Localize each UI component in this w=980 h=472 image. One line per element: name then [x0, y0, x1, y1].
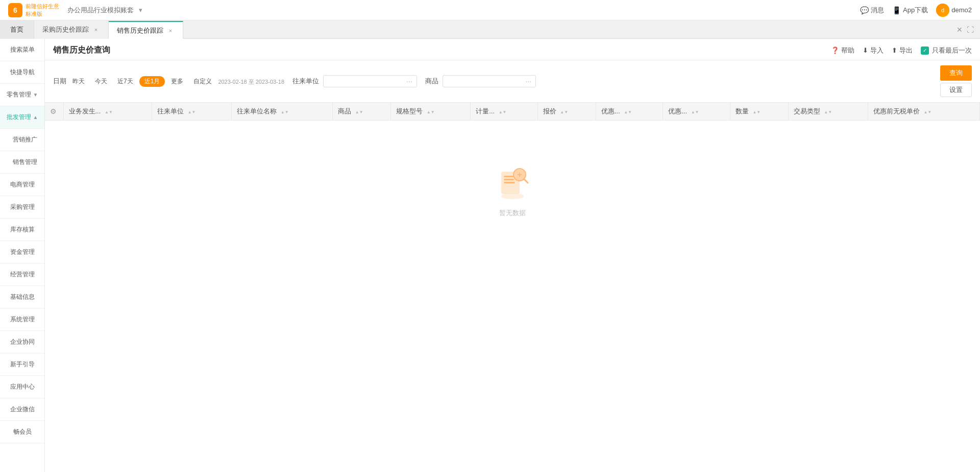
table-header-row: ⚙ 业务发生... ▲▼ 往来单位 ▲▼ 往来单位名称 ▲▼ [45, 103, 980, 121]
th-discount1[interactable]: 优惠... ▲▼ [596, 103, 663, 121]
sort-qty-icon: ▲▼ [752, 110, 761, 114]
import-icon: ⬇ [863, 46, 868, 54]
topbar-title: 办公用品行业模拟账套 [67, 6, 134, 15]
date-today[interactable]: 今天 [91, 76, 111, 87]
th-goods[interactable]: 商品 ▲▼ [333, 103, 391, 121]
message-btn[interactable]: 💬 消息 [860, 6, 884, 15]
partner-picker-icon[interactable]: ··· [406, 77, 412, 85]
search-menu-label: 搜索菜单 [10, 45, 35, 54]
partner-input[interactable] [328, 78, 404, 85]
date-options: 昨天 今天 近7天 近1月 更多 自定义 [68, 76, 216, 87]
th-trade-type[interactable]: 交易类型 ▲▼ [788, 103, 868, 121]
query-button[interactable]: 查询 [940, 65, 972, 81]
table-gear-icon[interactable]: ⚙ [50, 107, 57, 115]
sidebar: 搜索菜单 快捷导航 零售管理 ▼ 批发管理 ▲ 营销推广 销售管理 电商管理 采… [0, 39, 45, 472]
tab-fullscreen-icon[interactable]: ⛶ [967, 26, 974, 34]
sort-trade-type-icon: ▲▼ [824, 110, 832, 114]
wholesale-arrow-icon: ▲ [33, 114, 38, 120]
guide-label: 新手引导 [10, 360, 35, 369]
query-settings-actions: 查询 设置 [940, 65, 972, 97]
tab-purchase-label: 采购历史价跟踪 [42, 25, 89, 34]
th-quoted-price[interactable]: 报价 ▲▼ [537, 103, 596, 121]
import-btn[interactable]: ⬇ 导入 [863, 46, 884, 55]
th-spec[interactable]: 规格型号 ▲▼ [391, 103, 471, 121]
date-more[interactable]: 更多 [167, 76, 187, 87]
date-yesterday[interactable]: 昨天 [68, 76, 89, 87]
partner-filter-group: 往来单位 ··· [292, 75, 417, 87]
only-last-option[interactable]: ✓ 只看最后一次 [921, 46, 972, 55]
sidebar-item-wholesale[interactable]: 批发管理 ▲ [0, 106, 44, 129]
topbar-left: 6 前隆信好生意 标准版 办公用品行业模拟账套 ▾ [8, 3, 142, 17]
sort-goods-icon: ▲▼ [355, 110, 363, 114]
partner-input-wrapper[interactable]: ··· [323, 75, 417, 87]
goods-picker-icon[interactable]: ··· [526, 77, 532, 85]
date-custom[interactable]: 自定义 [189, 76, 216, 87]
table-container: ⚙ 业务发生... ▲▼ 往来单位 ▲▼ 往来单位名称 ▲▼ [45, 103, 980, 472]
sidebar-item-app-center[interactable]: 应用中心 [0, 376, 44, 398]
sidebar-item-guide[interactable]: 新手引导 [0, 353, 44, 376]
sidebar-item-retail[interactable]: 零售管理 ▼ [0, 84, 44, 106]
sidebar-item-search[interactable]: 搜索菜单 [0, 39, 44, 61]
app-download-btn[interactable]: 📱 App下载 [892, 6, 928, 15]
member-label: 畅会员 [13, 428, 32, 436]
topbar-dropdown-icon[interactable]: ▾ [139, 6, 142, 14]
help-icon: ❓ [831, 46, 839, 54]
goods-input-wrapper[interactable]: ··· [443, 75, 536, 87]
only-last-checkbox[interactable]: ✓ [921, 46, 929, 55]
th-partner-name[interactable]: 往来单位名称 ▲▼ [232, 103, 333, 121]
date-last7[interactable]: 近7天 [113, 76, 137, 87]
sidebar-item-wechat[interactable]: 企业微信 [0, 398, 44, 421]
sidebar-item-system[interactable]: 系统管理 [0, 309, 44, 331]
user-menu[interactable]: d demo2 [936, 4, 972, 17]
sales-mgmt-label: 销售管理 [13, 158, 37, 167]
sidebar-item-sales-mgmt[interactable]: 销售管理 [0, 151, 44, 174]
sort-biz-date-icon: ▲▼ [105, 110, 113, 114]
username: demo2 [951, 6, 972, 14]
th-discount2[interactable]: 优惠... ▲▼ [663, 103, 730, 121]
empty-icon [492, 161, 533, 202]
tab-sales-history[interactable]: 销售历史价跟踪 × [109, 21, 183, 39]
topbar-right: 💬 消息 📱 App下载 d demo2 [860, 4, 972, 17]
th-pretax-price[interactable]: 优惠前无税单价 ▲▼ [868, 103, 979, 121]
sidebar-item-member[interactable]: 畅会员 [0, 421, 44, 443]
settings-button[interactable]: 设置 [940, 83, 972, 97]
tab-home[interactable]: 首页 [0, 20, 34, 39]
page-actions: ❓ 帮助 ⬇ 导入 ⬆ 导出 ✓ 只看最后一次 [831, 46, 972, 55]
logo-text: 前隆信好生意 标准版 [26, 3, 59, 17]
sidebar-item-finance[interactable]: 资金管理 [0, 241, 44, 264]
th-partner-code[interactable]: 往来单位 ▲▼ [152, 103, 232, 121]
sidebar-item-ecommerce[interactable]: 电商管理 [0, 174, 44, 196]
sidebar-item-inventory[interactable]: 库存核算 [0, 219, 44, 241]
tab-close-all-icon[interactable]: ✕ [957, 26, 963, 34]
marketing-label: 营销推广 [13, 135, 37, 144]
quick-nav-label: 快捷导航 [10, 68, 35, 77]
tab-purchase-history[interactable]: 采购历史价跟踪 × [34, 20, 109, 39]
enterprise-label: 企业协同 [10, 338, 35, 346]
th-qty[interactable]: 数量 ▲▼ [730, 103, 788, 121]
th-unit[interactable]: 计量... ▲▼ [471, 103, 538, 121]
tab-sales-close[interactable]: × [166, 27, 175, 35]
sidebar-item-basic-info[interactable]: 基础信息 [0, 286, 44, 309]
tab-home-label: 首页 [10, 25, 23, 34]
goods-input[interactable] [447, 78, 524, 85]
date-last1m[interactable]: 近1月 [139, 76, 165, 87]
operations-label: 经营管理 [10, 270, 35, 279]
help-btn[interactable]: ❓ 帮助 [831, 46, 854, 55]
sidebar-item-operations[interactable]: 经营管理 [0, 264, 44, 286]
export-btn[interactable]: ⬆ 导出 [892, 46, 913, 55]
filter-bar: 日期 昨天 今天 近7天 近1月 更多 自定义 2023-02-18 至 202… [45, 60, 980, 103]
tabbar-actions: ✕ ⛶ [957, 26, 980, 34]
empty-state: 暂无数据 [45, 121, 980, 258]
topbar: 6 前隆信好生意 标准版 办公用品行业模拟账套 ▾ 💬 消息 📱 App下载 d… [0, 0, 980, 20]
sidebar-item-purchase-mgmt[interactable]: 采购管理 [0, 196, 44, 219]
svg-rect-6 [504, 182, 515, 183]
svg-text:d: d [941, 7, 944, 13]
th-biz-date[interactable]: 业务发生... ▲▼ [63, 103, 152, 121]
tab-purchase-close[interactable]: × [92, 26, 100, 34]
partner-label: 往来单位 [292, 77, 319, 86]
app-center-label: 应用中心 [10, 383, 35, 391]
sidebar-item-quick-nav[interactable]: 快捷导航 [0, 61, 44, 84]
sidebar-item-marketing[interactable]: 营销推广 [0, 129, 44, 151]
logo-icon: 6 [8, 3, 22, 17]
sidebar-item-enterprise[interactable]: 企业协同 [0, 331, 44, 353]
